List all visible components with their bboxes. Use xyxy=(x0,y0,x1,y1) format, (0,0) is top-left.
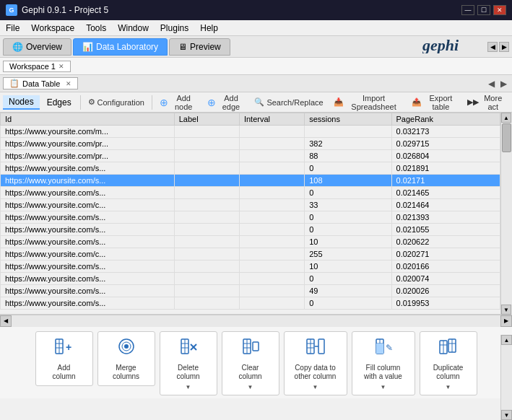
cell-13-0[interactable]: https://www.yoursite.com/s... xyxy=(1,285,175,297)
cell-11-1[interactable] xyxy=(174,261,239,273)
cell-11-4[interactable]: 0.020166 xyxy=(391,261,500,273)
add-edge-button[interactable]: ⊕ Add edge xyxy=(203,92,249,113)
scroll-left-btn[interactable]: ◀ xyxy=(0,315,12,327)
side-scroll-up[interactable]: ▲ xyxy=(501,335,512,345)
cell-12-4[interactable]: 0.020074 xyxy=(391,273,500,285)
cell-6-4[interactable]: 0.021464 xyxy=(391,199,500,211)
data-table-tab[interactable]: 📋 Data Table ✕ xyxy=(3,77,78,89)
cell-7-1[interactable] xyxy=(174,211,239,224)
delete-column-button[interactable]: Deletecolumn ▼ xyxy=(160,331,217,395)
import-spreadsheet-button[interactable]: 📥 Import Spreadsheet xyxy=(329,92,407,113)
more-actions-button[interactable]: ▶▶ More act xyxy=(463,92,509,113)
cell-0-4[interactable]: 0.032173 xyxy=(391,126,500,138)
cell-5-2[interactable] xyxy=(239,187,304,199)
table-row[interactable]: https://www.yoursite.com/s...00.021055 xyxy=(1,224,500,236)
cell-12-0[interactable]: https://www.yoursite.com/s... xyxy=(1,273,175,285)
nav-right-btn[interactable]: ▶ xyxy=(499,42,509,52)
cell-9-3[interactable]: 10 xyxy=(305,236,391,248)
cell-8-0[interactable]: https://www.yoursite.com/s... xyxy=(1,224,175,236)
configuration-button[interactable]: ⚙ Configuration xyxy=(84,96,149,108)
col-header-id[interactable]: Id xyxy=(1,113,175,126)
menu-help[interactable]: Help xyxy=(197,22,221,34)
cell-8-4[interactable]: 0.021055 xyxy=(391,224,500,236)
table-row[interactable]: https://www.yoursite.com/s...490.020026 xyxy=(1,285,500,297)
maximize-button[interactable]: ☐ xyxy=(477,5,490,15)
cell-0-0[interactable]: https://www.yoursite.com/m... xyxy=(1,126,175,138)
menu-tools[interactable]: Tools xyxy=(83,22,109,34)
panel-nav-left[interactable]: ◀ xyxy=(486,79,497,89)
cell-10-2[interactable] xyxy=(239,248,304,261)
cell-9-1[interactable] xyxy=(174,236,239,248)
cell-8-1[interactable] xyxy=(174,224,239,236)
cell-3-1[interactable] xyxy=(174,162,239,175)
cell-10-4[interactable]: 0.020271 xyxy=(391,248,500,261)
cell-4-2[interactable] xyxy=(239,175,304,187)
horizontal-scrollbar[interactable]: ◀ ▶ xyxy=(0,315,512,326)
minimize-button[interactable]: — xyxy=(461,5,474,15)
tab-overview[interactable]: 🌐 Overview xyxy=(3,38,71,56)
table-row[interactable]: https://www.yoursite.com/s...00.021393 xyxy=(1,211,500,224)
cell-0-2[interactable] xyxy=(239,126,304,138)
tab-data-laboratory[interactable]: 📊 Data Laboratory xyxy=(73,38,168,56)
cell-10-3[interactable]: 255 xyxy=(305,248,391,261)
cell-0-1[interactable] xyxy=(174,126,239,138)
cell-7-4[interactable]: 0.021393 xyxy=(391,211,500,224)
cell-0-3[interactable] xyxy=(305,126,391,138)
cell-5-3[interactable]: 0 xyxy=(305,187,391,199)
cell-12-3[interactable]: 0 xyxy=(305,273,391,285)
cell-2-0[interactable]: https://www.yoursite.com/pr... xyxy=(1,150,175,162)
cell-5-0[interactable]: https://www.yoursite.com/s... xyxy=(1,187,175,199)
cell-8-3[interactable]: 0 xyxy=(305,224,391,236)
table-row[interactable]: https://www.yoursite.com/m...0.032173 xyxy=(1,126,500,138)
cell-14-4[interactable]: 0.019953 xyxy=(391,297,500,310)
add-column-button[interactable]: + Addcolumn xyxy=(35,331,93,386)
menu-workspace[interactable]: Workspace xyxy=(28,22,77,34)
cell-3-4[interactable]: 0.021891 xyxy=(391,162,500,175)
data-table-tab-close[interactable]: ✕ xyxy=(66,80,71,87)
table-row[interactable]: https://www.yoursite.com/s...1080.02171 xyxy=(1,175,500,187)
nav-left-btn[interactable]: ◀ xyxy=(487,42,498,52)
scroll-down-btn[interactable]: ▼ xyxy=(501,305,511,315)
cell-13-4[interactable]: 0.020026 xyxy=(391,285,500,297)
duplicate-column-button[interactable]: Duplicatecolumn ▼ xyxy=(420,331,477,395)
vertical-scrollbar[interactable]: ▲ ▼ xyxy=(500,113,512,315)
search-replace-button[interactable]: 🔍 Search/Replace xyxy=(250,96,327,108)
cell-13-3[interactable]: 49 xyxy=(305,285,391,297)
scroll-thumb[interactable] xyxy=(502,123,511,152)
cell-4-0[interactable]: https://www.yoursite.com/s... xyxy=(1,175,175,187)
table-row[interactable]: https://www.yoursite.com/pr...3820.02971… xyxy=(1,138,500,150)
cell-4-1[interactable] xyxy=(174,175,239,187)
cell-5-4[interactable]: 0.021465 xyxy=(391,187,500,199)
cell-5-1[interactable] xyxy=(174,187,239,199)
cell-6-1[interactable] xyxy=(174,199,239,211)
cell-7-0[interactable]: https://www.yoursite.com/s... xyxy=(1,211,175,224)
cell-2-1[interactable] xyxy=(174,150,239,162)
cell-2-3[interactable]: 88 xyxy=(305,150,391,162)
cell-1-1[interactable] xyxy=(174,138,239,150)
cell-4-4[interactable]: 0.02171 xyxy=(391,175,500,187)
cell-1-3[interactable]: 382 xyxy=(305,138,391,150)
scroll-right-btn[interactable]: ▶ xyxy=(500,315,512,327)
cell-3-0[interactable]: https://www.yoursite.com/s... xyxy=(1,162,175,175)
col-header-pagerank[interactable]: PageRank xyxy=(391,113,500,126)
table-row[interactable]: https://www.yoursite.com/s...00.021465 xyxy=(1,187,500,199)
cell-14-2[interactable] xyxy=(239,297,304,310)
cell-9-2[interactable] xyxy=(239,236,304,248)
menu-window[interactable]: Window xyxy=(115,22,152,34)
cell-12-1[interactable] xyxy=(174,273,239,285)
panel-nav-right[interactable]: ▶ xyxy=(498,79,509,89)
cell-3-3[interactable]: 0 xyxy=(305,162,391,175)
cell-11-3[interactable]: 10 xyxy=(305,261,391,273)
side-scroll-down[interactable]: ▼ xyxy=(501,410,512,420)
cell-14-3[interactable]: 0 xyxy=(305,297,391,310)
cell-6-3[interactable]: 33 xyxy=(305,199,391,211)
table-container[interactable]: Id Label Interval sessions PageRank http… xyxy=(0,113,500,315)
table-row[interactable]: https://www.yoursite.com/c...2550.020271 xyxy=(1,248,500,261)
export-table-button[interactable]: 📤 Export table xyxy=(407,92,461,113)
table-row[interactable]: https://www.yoursite.com/c...330.021464 xyxy=(1,199,500,211)
cell-2-4[interactable]: 0.026804 xyxy=(391,150,500,162)
col-header-interval[interactable]: Interval xyxy=(239,113,304,126)
cell-14-1[interactable] xyxy=(174,297,239,310)
toolbar-edges-tab[interactable]: Edges xyxy=(41,96,77,109)
toolbar-nodes-tab[interactable]: Nodes xyxy=(3,95,40,110)
